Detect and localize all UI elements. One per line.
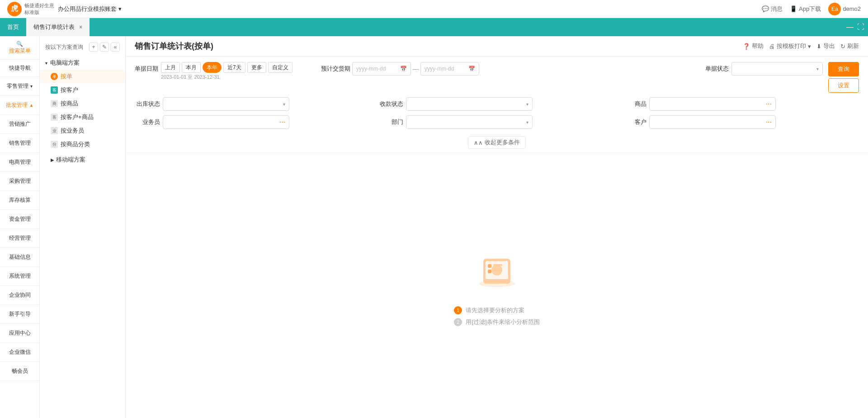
out-status-arrow-icon: ▾ [283,102,285,107]
scheme-actions: + ✎ « [89,43,120,52]
collapse-button[interactable]: ∧∧ 收起更多条件 [468,136,526,149]
avatar: Ea [828,3,841,15]
scheme-group-mobile-header[interactable]: ▶ 移动端方案 [40,153,125,166]
print-button[interactable]: 🖨 按模板打印 ▾ [769,42,811,50]
tab-close-icon[interactable]: × [79,24,82,30]
category-icon: 分 [51,141,58,148]
tip-num-1: 1 [454,306,462,314]
sidebar: 🔍 搜索菜单 快捷导航 零售管理 ▾ 批发管理 ▲ 营销推广 销售管理 电商管理… [0,36,40,418]
dept-select[interactable]: ▾ [406,115,533,129]
customer-icon: 客 [51,86,58,94]
date-label: 单据日期 [135,62,158,73]
salesman-select[interactable]: ··· [163,115,289,129]
print-icon: 🖨 [769,43,775,50]
this-month-btn[interactable]: 本月 [182,62,201,73]
logo-icon: 虎 [7,2,22,16]
action-buttons: 查询 设置 [828,62,859,93]
scheme-group-pc-header[interactable]: ▾ 电脑端方案 [40,56,125,70]
scheme-panel-title: 按以下方案查询 [45,43,83,51]
scheme-add-button[interactable]: + [89,43,98,52]
maximize-button[interactable]: ⛶ [857,23,864,31]
out-status-select[interactable]: ▾ [163,97,289,111]
sidebar-item-retail[interactable]: 零售管理 ▾ [0,77,39,96]
date-range-display: 2023-01-01 至 2023-12-31 [161,74,292,81]
order-icon: 单 [51,73,58,80]
customer-label: 客户 [621,118,646,126]
sidebar-item-newbie[interactable]: 新手引导 [0,305,39,324]
topbar-right: 💬 消息 📱 App下载 Ea demo2 [762,3,861,15]
scheme-item-by-order[interactable]: 单 按单 [40,70,125,83]
goods-select[interactable]: ··· [649,97,776,111]
custom-btn[interactable]: 自定义 [268,62,292,73]
filter-container: 单据日期 上月 本月 本年 近7天 更多 自定义 2023-01-01 至 20… [126,57,868,133]
sidebar-item-basic-info[interactable]: 基础信息 [0,248,39,267]
expected-date-end[interactable]: yyyy-mm-dd 📅 [420,62,479,76]
sidebar-item-wechat[interactable]: 企业微信 [0,343,39,362]
more-btn[interactable]: 更多 [247,62,266,73]
sidebar-item-purchase[interactable]: 采购管理 [0,172,39,191]
calendar-end-icon: 📅 [468,66,475,72]
content-area: 按以下方案查询 + ✎ « ▾ 电脑端方案 单 按单 客 [40,36,868,418]
sidebar-item-sales[interactable]: 销售管理 [0,134,39,153]
sidebar-item-marketing[interactable]: 营销推广 [0,115,39,134]
sidebar-search[interactable]: 🔍 搜索菜单 [0,36,39,60]
salesman-more-icon[interactable]: ··· [279,118,285,126]
scheme-item-by-category[interactable]: 分 按商品分类 [40,138,125,151]
sidebar-item-operations[interactable]: 经营管理 [0,229,39,248]
help-button[interactable]: ❓ 帮助 [743,42,764,50]
customer-more-icon[interactable]: ··· [766,118,772,126]
app-download-button[interactable]: 📱 App下载 [790,5,821,13]
sidebar-item-ecommerce[interactable]: 电商管理 [0,153,39,172]
scheme-item-by-customer-goods[interactable]: 客 按客户+商品 [40,110,125,124]
query-button[interactable]: 查询 [828,62,859,76]
scheme-item-by-goods[interactable]: 商 按商品 [40,97,125,110]
dept-label: 部门 [378,118,403,126]
user-menu[interactable]: Ea demo2 [828,3,861,15]
sidebar-item-wholesale[interactable]: 批发管理 ▲ [0,96,39,115]
scheme-item-by-salesman[interactable]: 业 按业务员 [40,124,125,138]
scheme-panel: 按以下方案查询 + ✎ « ▾ 电脑端方案 单 按单 客 [40,36,126,418]
sidebar-item-finance[interactable]: 资金管理 [0,210,39,229]
customer-select[interactable]: ··· [649,115,776,129]
wholesale-arrow-icon: ▲ [29,103,34,108]
message-button[interactable]: 💬 消息 [762,5,783,13]
last7-btn[interactable]: 近7天 [223,62,245,73]
download-icon: 📱 [790,5,797,12]
settings-button[interactable]: 设置 [828,78,859,93]
sidebar-item-member[interactable]: 畅会员 [0,362,39,381]
print-dropdown-icon: ▾ [808,43,811,50]
status-select[interactable]: ▾ [731,62,823,76]
calendar-start-icon: 📅 [400,66,407,72]
logo-text: 畅捷通好生意 标准版 [24,2,54,15]
mobile-group-arrow-icon: ▶ [51,157,54,162]
refresh-button[interactable]: ↻ 刷新 [840,42,859,50]
app-title[interactable]: 办公用品行业模拟账套 ▾ [58,5,122,13]
svg-rect-6 [488,270,491,273]
sidebar-item-enterprise[interactable]: 企业协同 [0,286,39,305]
minimize-button[interactable]: — [846,23,854,31]
sidebar-item-system[interactable]: 系统管理 [0,267,39,286]
last-month-btn[interactable]: 上月 [161,62,180,73]
main-layout: 🔍 搜索菜单 快捷导航 零售管理 ▾ 批发管理 ▲ 营销推广 销售管理 电商管理… [0,36,868,418]
collapse-icon: ∧∧ [474,139,483,146]
sidebar-quick-nav[interactable]: 快捷导航 [0,60,39,77]
goods-more-icon[interactable]: ··· [766,100,772,108]
tab-sales-order-stats[interactable]: 销售订单统计表 × [26,18,90,36]
tab-actions: — ⛶ [843,18,868,36]
payment-status-select[interactable]: ▾ [406,97,533,111]
expected-date-label: 预计交货期 [321,65,350,73]
scheme-collapse-button[interactable]: « [111,43,120,52]
refresh-icon: ↻ [840,43,845,50]
empty-tip-2: 2 用[过滤]条件来缩小分析范围 [454,318,539,326]
sidebar-item-inventory[interactable]: 库存核算 [0,191,39,210]
goods-label: 商品 [621,100,646,108]
export-button[interactable]: ⬇ 导出 [816,42,835,50]
scheme-item-by-customer[interactable]: 客 按客户 [40,83,125,97]
collapse-bar: ∧∧ 收起更多条件 [126,133,868,153]
sidebar-item-appcenter[interactable]: 应用中心 [0,324,39,343]
scheme-edit-button[interactable]: ✎ [100,43,109,52]
current-year-btn[interactable]: 本年 [203,62,222,73]
tab-home[interactable]: 首页 [0,18,26,36]
payment-status-label: 收款状态 [378,100,403,108]
expected-date-start[interactable]: yyyy-mm-dd 📅 [352,62,411,76]
